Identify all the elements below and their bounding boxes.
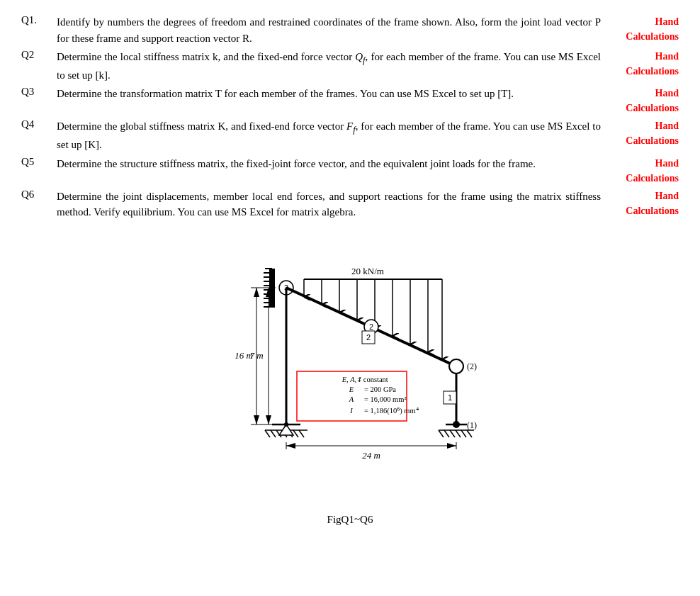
svg-text:I: I bbox=[349, 407, 353, 415]
svg-text:1: 1 bbox=[448, 393, 452, 402]
q3-label: HandCalculations bbox=[601, 86, 679, 116]
svg-text:2: 2 bbox=[366, 333, 371, 342]
svg-marker-72 bbox=[447, 443, 456, 449]
question-row-q1: Q1. Identify by numbers the degrees of f… bbox=[21, 14, 679, 46]
q1-body: Identify by numbers the degrees of freed… bbox=[57, 14, 601, 46]
svg-marker-18 bbox=[266, 415, 271, 424]
svg-line-45 bbox=[444, 430, 449, 437]
question-row-q6: Q6 Determine the joint displacements, me… bbox=[21, 189, 679, 220]
svg-text:(2): (2) bbox=[467, 361, 477, 371]
question-row-q5: Q5 Determine the structure stiffness mat… bbox=[21, 156, 679, 186]
svg-text:16 m: 16 m bbox=[235, 350, 253, 361]
svg-point-34 bbox=[449, 359, 463, 373]
q3-number: Q3 bbox=[21, 86, 57, 98]
svg-line-44 bbox=[439, 430, 444, 437]
q1-number: Q1. bbox=[21, 14, 57, 26]
q1-label: HandCalculations bbox=[601, 14, 679, 44]
svg-line-59 bbox=[299, 430, 304, 437]
q4-label: HandCalculations bbox=[601, 118, 679, 148]
svg-line-54 bbox=[271, 430, 276, 437]
q2-body: Determine the local stiffness matrix k, … bbox=[57, 49, 601, 83]
svg-text:2: 2 bbox=[369, 322, 373, 331]
q5-label: HandCalculations bbox=[601, 156, 679, 186]
svg-text:(1): (1) bbox=[467, 420, 477, 430]
svg-text:= 200 GPa: = 200 GPa bbox=[364, 386, 396, 393]
svg-marker-66 bbox=[254, 415, 259, 424]
svg-line-48 bbox=[461, 430, 466, 437]
q3-body: Determine the transformation matrix T fo… bbox=[57, 86, 601, 102]
q5-number: Q5 bbox=[21, 156, 57, 168]
svg-text:= 16,000 mm²: = 16,000 mm² bbox=[364, 395, 407, 403]
questions-section: Q1. Identify by numbers the degrees of f… bbox=[21, 14, 679, 223]
svg-line-53 bbox=[265, 430, 270, 437]
svg-point-50 bbox=[453, 421, 460, 428]
figure-svg: 3 7 m bbox=[180, 240, 520, 510]
q4-body: Determine the global stiffness matrix K,… bbox=[57, 118, 601, 152]
svg-text:E: E bbox=[349, 386, 354, 393]
figure-section: 3 7 m bbox=[21, 240, 679, 526]
figure-container: 3 7 m bbox=[180, 240, 520, 510]
q2-label: HandCalculations bbox=[601, 49, 679, 79]
svg-line-49 bbox=[467, 430, 472, 437]
q4-number: Q4 bbox=[21, 118, 57, 130]
svg-text:= 1,186(10⁶) mm⁴: = 1,186(10⁶) mm⁴ bbox=[364, 407, 419, 415]
svg-line-58 bbox=[293, 430, 298, 437]
svg-text:A: A bbox=[349, 395, 354, 403]
svg-text:24 m: 24 m bbox=[362, 450, 380, 461]
question-row-q3: Q3 Determine the transformation matrix T… bbox=[21, 86, 679, 116]
svg-text:= constant: = constant bbox=[357, 376, 388, 383]
figure-caption: FigQ1~Q6 bbox=[327, 514, 373, 526]
svg-point-61 bbox=[284, 422, 288, 427]
q2-number: Q2 bbox=[21, 49, 57, 61]
q6-body: Determine the joint displacements, membe… bbox=[57, 189, 601, 220]
svg-line-47 bbox=[456, 430, 461, 437]
question-row-q4: Q4 Determine the global stiffness matrix… bbox=[21, 118, 679, 152]
q6-number: Q6 bbox=[21, 189, 57, 201]
q5-body: Determine the structure stiffness matrix… bbox=[57, 156, 601, 172]
svg-text:20 kN/m: 20 kN/m bbox=[351, 266, 384, 276]
svg-line-46 bbox=[450, 430, 455, 437]
svg-marker-71 bbox=[286, 443, 295, 449]
question-row-q2: Q2 Determine the local stiffness matrix … bbox=[21, 49, 679, 83]
q6-label: HandCalculations bbox=[601, 189, 679, 218]
svg-marker-65 bbox=[254, 288, 259, 297]
